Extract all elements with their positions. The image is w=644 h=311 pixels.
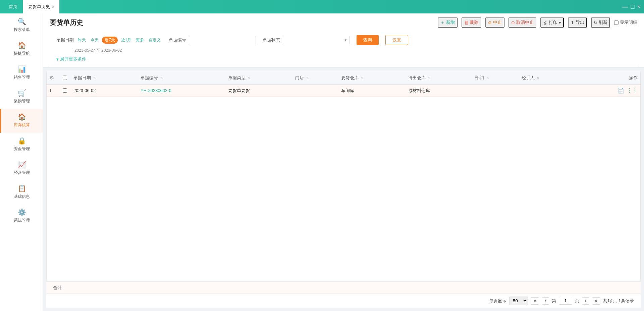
th-doc-type[interactable]: 单据类型 ⇅: [225, 71, 292, 85]
refresh-button[interactable]: ↻ 刷新: [591, 17, 610, 28]
table-row: 1 2023-06-02 YH-20230602-0 要货单要货 车间库: [47, 85, 640, 97]
th-doc-date[interactable]: 单据日期 ⇅: [71, 71, 138, 85]
sidebar-item-quick-nav[interactable]: 🏠 快捷导航: [0, 37, 43, 61]
th-department-label: 部门: [475, 75, 484, 80]
data-table-container: ⚙ 单据日期 ⇅ 单据编号 ⇅: [46, 71, 641, 282]
td-doc-date: 2023-06-02: [71, 85, 138, 97]
th-doc-no[interactable]: 单据编号 ⇅: [138, 71, 225, 85]
stop-button[interactable]: ⊘ 中止: [485, 17, 504, 28]
table-header-row: ⚙ 单据日期 ⇅ 单据编号 ⇅: [47, 71, 640, 85]
th-checkbox: [59, 71, 71, 85]
tab-home[interactable]: 首页: [3, 0, 23, 13]
page-label-end: 页: [575, 298, 579, 304]
finance-icon: 🔒: [18, 137, 26, 144]
status-select-wrapper: [283, 36, 350, 44]
column-settings-icon[interactable]: ⚙: [49, 75, 54, 81]
date-shortcuts: 昨天 今天 近7天 近1月 更多 自定义: [76, 37, 162, 44]
sidebar-item-basics[interactable]: 📋 基础信息: [0, 180, 43, 204]
show-detail-checkbox[interactable]: [614, 20, 619, 25]
content-area: 要货单历史 ＋ 新增 🗑 删除 ⊘ 中止 ⊙: [43, 13, 644, 311]
inventory-icon: 🏠: [18, 114, 26, 120]
th-pending-warehouse-label: 待出仓库: [408, 75, 426, 80]
total-info: 共1页，1条记录: [603, 298, 634, 304]
print-icon: 🖨: [543, 20, 547, 25]
td-store: [292, 85, 338, 97]
tab-requisition-history[interactable]: 要货单历史 ×: [23, 0, 59, 13]
close-window-icon[interactable]: ×: [637, 3, 641, 10]
pagination: 每页显示 20 50 100 « ‹ 第 页 › » 共1页，1条记录: [46, 294, 641, 308]
show-detail-toggle[interactable]: 显示明细: [614, 19, 637, 26]
tab-active-label: 要货单历史: [28, 4, 50, 10]
main-layout: 🔍 搜索菜单 🏠 快捷导航 📊 销售管理 🛒 采购管理 🏠 库存核算 🔒 资金管…: [0, 13, 644, 311]
next-page-btn[interactable]: ›: [582, 297, 589, 305]
sidebar-label-search-menu: 搜索菜单: [14, 27, 30, 33]
row-more-icon[interactable]: ⋮⋮: [627, 87, 638, 94]
shortcut-today[interactable]: 今天: [89, 37, 100, 44]
new-icon: ＋: [440, 19, 445, 26]
maximize-icon[interactable]: □: [631, 3, 635, 10]
page-title: 要货单历史: [50, 18, 83, 27]
td-doc-type: 要货单要货: [225, 85, 292, 97]
row-edit-icon[interactable]: 📄: [618, 87, 624, 94]
sidebar-item-operations[interactable]: 📈 经营管理: [0, 157, 43, 180]
th-handler[interactable]: 经手人 ⇅: [519, 71, 576, 85]
page-input[interactable]: [559, 297, 572, 305]
sidebar-item-search-menu[interactable]: 🔍 搜索菜单: [0, 13, 43, 37]
td-actions: 📄 ⋮⋮: [575, 85, 640, 97]
print-button[interactable]: 🖨 打印 ▾: [540, 17, 564, 28]
sidebar-item-purchase[interactable]: 🛒 采购管理: [0, 85, 43, 109]
shortcut-1month[interactable]: 近1月: [120, 37, 133, 44]
shortcut-more[interactable]: 更多: [135, 37, 145, 44]
table-body: 1 2023-06-02 YH-20230602-0 要货单要货 车间库: [47, 85, 640, 97]
doc-no-link[interactable]: YH-20230602-0: [141, 88, 171, 93]
select-all-checkbox[interactable]: [63, 76, 67, 80]
refresh-icon: ↻: [594, 20, 597, 25]
delete-label: 删除: [470, 19, 479, 26]
th-doc-type-sort-icon: ⇅: [248, 76, 251, 80]
prev-page-btn[interactable]: ‹: [542, 297, 549, 305]
doc-no-input[interactable]: [189, 36, 256, 44]
shortcut-yesterday[interactable]: 昨天: [76, 37, 87, 44]
query-button[interactable]: 查询: [357, 35, 379, 45]
sidebar-item-finance[interactable]: 🔒 资金管理: [0, 133, 43, 157]
quick-nav-icon: 🏠: [18, 42, 26, 49]
footer-sum: 合计：: [46, 282, 641, 294]
th-pending-warehouse[interactable]: 待出仓库 ⇅: [406, 71, 473, 85]
th-req-warehouse[interactable]: 要货仓库 ⇅: [338, 71, 406, 85]
sidebar-label-purchase: 采购管理: [14, 98, 30, 104]
export-icon: ⬆: [571, 20, 574, 25]
cancel-stop-button[interactable]: ⊙ 取消中止: [508, 17, 536, 28]
sidebar-item-system[interactable]: ⚙️ 系统管理: [0, 204, 43, 228]
shortcut-custom[interactable]: 自定义: [147, 37, 162, 44]
purchase-icon: 🛒: [18, 90, 26, 96]
shortcut-7days[interactable]: 近7天: [102, 37, 118, 44]
sidebar-label-basics: 基础信息: [14, 194, 30, 199]
new-button[interactable]: ＋ 新增: [438, 17, 458, 28]
td-checkbox: [59, 85, 71, 97]
export-button[interactable]: ⬆ 导出: [568, 17, 587, 28]
delete-button[interactable]: 🗑 删除: [462, 17, 481, 28]
td-req-warehouse: 车间库: [338, 85, 406, 97]
first-page-btn[interactable]: «: [531, 297, 539, 305]
minimize-icon[interactable]: —: [622, 3, 628, 10]
th-store[interactable]: 门店 ⇅: [292, 71, 338, 85]
date-label: 单据日期: [56, 37, 74, 43]
system-icon: ⚙️: [18, 209, 26, 216]
row-checkbox[interactable]: [63, 88, 67, 93]
per-page-select[interactable]: 20 50 100: [509, 297, 528, 305]
th-department[interactable]: 部门 ⇅: [473, 71, 519, 85]
sidebar-item-sales[interactable]: 📊 销售管理: [0, 61, 43, 85]
th-req-warehouse-label: 要货仓库: [341, 75, 359, 80]
per-page-label: 每页显示: [489, 298, 506, 304]
page-header: 要货单历史 ＋ 新增 🗑 删除 ⊘ 中止 ⊙: [43, 13, 644, 68]
expand-filters-btn[interactable]: ▾ 展开更多条件: [56, 55, 631, 63]
th-gear[interactable]: ⚙: [47, 71, 59, 85]
last-page-btn[interactable]: »: [592, 297, 600, 305]
settings-button[interactable]: 设置: [385, 35, 408, 45]
tab-close-icon[interactable]: ×: [52, 5, 54, 9]
sales-icon: 📊: [18, 66, 26, 73]
th-store-label: 门店: [295, 75, 304, 80]
th-pending-warehouse-sort-icon: ⇅: [428, 76, 431, 80]
sidebar-item-inventory[interactable]: 🏠 库存核算: [0, 109, 43, 133]
status-select[interactable]: [283, 36, 350, 44]
